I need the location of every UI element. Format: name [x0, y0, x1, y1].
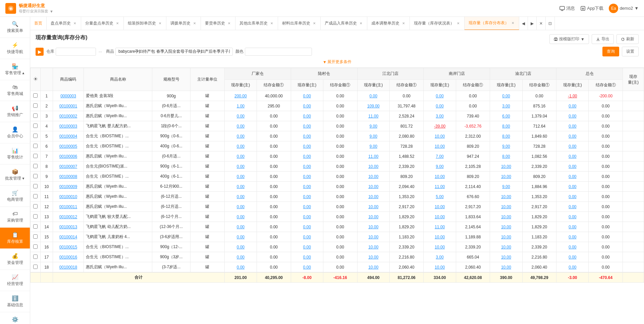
- cell-na-qty[interactable]: 11.00: [424, 222, 456, 232]
- cell-lc-qty[interactable]: 0.00: [291, 101, 323, 111]
- cell-checkbox[interactable]: [31, 182, 41, 192]
- cell-lc-qty[interactable]: 0.00: [291, 262, 323, 273]
- cell-na-qty[interactable]: 3.00: [424, 252, 456, 262]
- cell-zc-qty[interactable]: 0.00: [556, 222, 589, 232]
- cell-na-qty[interactable]: 10.00: [424, 212, 456, 222]
- cell-fj-qty[interactable]: 200.00: [224, 91, 257, 101]
- cell-lc-qty[interactable]: 0.00: [291, 202, 323, 212]
- cell-jb-qty[interactable]: 10.00: [357, 262, 389, 273]
- cell-yb-qty[interactable]: 8.00: [490, 131, 522, 141]
- cell-fj-qty[interactable]: 0.00: [224, 232, 257, 242]
- cell-yb-qty[interactable]: 9.00: [490, 141, 522, 151]
- message-btn[interactable]: 消息: [559, 5, 575, 11]
- cell-code[interactable]: 00100002: [53, 111, 84, 121]
- cell-fj-qty[interactable]: 0.00: [224, 131, 257, 141]
- cell-checkbox[interactable]: [31, 202, 41, 212]
- cell-lc-qty[interactable]: 0.00: [291, 252, 323, 262]
- tab-material-out-history[interactable]: 材料出库单历史 ✕: [278, 17, 321, 30]
- row-checkbox[interactable]: [33, 194, 38, 198]
- cell-na-qty[interactable]: 10.00: [424, 232, 456, 242]
- sidebar-item-finance[interactable]: 💰 资金管理: [0, 249, 30, 270]
- tab-stock-dist[interactable]: 现存量（库存分布表） ✕: [465, 17, 519, 30]
- cell-zc-qty[interactable]: 0.00: [556, 232, 589, 242]
- cell-jb-qty[interactable]: 9.00: [357, 121, 389, 131]
- tab-close-stock-status[interactable]: ✕: [456, 21, 460, 26]
- sidebar-item-member[interactable]: 👤 会员中心: [0, 122, 30, 143]
- filter-expand-icon[interactable]: ▶: [36, 48, 44, 56]
- cell-code[interactable]: 00100008: [53, 172, 84, 182]
- cell-code[interactable]: 00100001: [53, 101, 84, 111]
- tab-close-assemble[interactable]: ✕: [158, 21, 162, 26]
- row-checkbox[interactable]: [33, 113, 38, 118]
- export-btn[interactable]: 导出: [592, 34, 614, 44]
- sidebar-item-retail-mall[interactable]: 🛍 零售商城: [0, 80, 30, 101]
- cell-code[interactable]: 00100011: [53, 202, 84, 212]
- cell-na-qty[interactable]: 10.00: [424, 141, 456, 151]
- cell-zc-qty[interactable]: 0.00: [556, 172, 589, 182]
- row-checkbox[interactable]: [33, 93, 38, 98]
- cell-na-qty[interactable]: 9.00: [424, 161, 456, 172]
- cell-code[interactable]: 00100009: [53, 182, 84, 192]
- tab-close-product-in[interactable]: ✕: [359, 21, 363, 26]
- tab-stock-status[interactable]: 现存量（库存状况表） ✕: [410, 17, 465, 30]
- tab-requisition-history[interactable]: 要货单历史 ✕: [201, 17, 235, 30]
- cell-checkbox[interactable]: [31, 91, 41, 101]
- user-menu[interactable]: Ea demo2 ▼: [609, 4, 639, 13]
- cell-yb-qty[interactable]: 10.00: [490, 172, 522, 182]
- row-checkbox[interactable]: [33, 134, 38, 138]
- cell-na-qty[interactable]: 10.00: [424, 172, 456, 182]
- cell-jb-qty[interactable]: 11.00: [357, 151, 389, 161]
- cell-fj-qty[interactable]: 0.00: [224, 161, 257, 172]
- app-download-btn[interactable]: App下载: [580, 5, 603, 11]
- cell-jb-qty[interactable]: 109.00: [357, 101, 389, 111]
- row-checkbox[interactable]: [33, 265, 38, 269]
- cell-zc-qty[interactable]: -1.00: [556, 91, 589, 101]
- cell-zc-qty[interactable]: 0.00: [556, 242, 589, 252]
- cell-lc-qty[interactable]: 0.00: [291, 141, 323, 151]
- cell-lc-qty[interactable]: 0.00: [291, 212, 323, 222]
- cell-jb-qty[interactable]: 10.00: [357, 172, 389, 182]
- cell-yb-qty[interactable]: 10.00: [490, 161, 522, 172]
- cell-yb-qty[interactable]: 3.00: [490, 101, 522, 111]
- tab-close-stocktake[interactable]: ✕: [73, 21, 77, 26]
- sidebar-item-retail-stats[interactable]: 📊 零售统计: [0, 143, 30, 165]
- cell-yb-qty[interactable]: 10.00: [490, 192, 522, 202]
- row-checkbox[interactable]: [33, 144, 38, 148]
- warehouse-dots[interactable]: ···: [97, 49, 103, 54]
- cell-code[interactable]: 0000003: [53, 91, 84, 101]
- cell-yb-qty[interactable]: 0.00: [490, 91, 522, 101]
- cell-na-qty[interactable]: 7.00: [424, 151, 456, 161]
- tab-other-out-history[interactable]: 其他出库单历史 ✕: [235, 17, 278, 30]
- row-checkbox[interactable]: [33, 234, 38, 239]
- cell-yb-qty[interactable]: 9.00: [490, 182, 522, 192]
- cell-code[interactable]: 00100005: [53, 141, 84, 151]
- tab-home[interactable]: 首页: [30, 17, 47, 30]
- cell-jb-qty[interactable]: 10.00: [357, 192, 389, 202]
- row-checkbox[interactable]: [33, 103, 38, 108]
- cell-fj-qty[interactable]: 0.00: [224, 151, 257, 161]
- cell-jb-qty[interactable]: 10.00: [357, 161, 389, 172]
- cell-lc-qty[interactable]: 0.00: [291, 242, 323, 252]
- tab-close-requisition[interactable]: ✕: [227, 21, 231, 26]
- cell-checkbox[interactable]: [31, 212, 41, 222]
- tab-close-stock-dist[interactable]: ✕: [511, 20, 515, 26]
- cell-code[interactable]: 00100003: [53, 121, 84, 131]
- sidebar-item-wholesale[interactable]: 📦 批发管理▼: [0, 165, 30, 186]
- cell-na-qty[interactable]: 10.00: [424, 202, 456, 212]
- cell-lc-qty[interactable]: 0.00: [291, 222, 323, 232]
- cell-jb-qty[interactable]: 10.00: [357, 212, 389, 222]
- cell-fj-qty[interactable]: 0.00: [224, 141, 257, 151]
- cell-code[interactable]: 00100016: [53, 252, 84, 262]
- cell-checkbox[interactable]: [31, 262, 41, 273]
- row-checkbox[interactable]: [33, 154, 38, 158]
- row-checkbox[interactable]: [33, 164, 38, 168]
- settings-btn[interactable]: 设置: [622, 47, 639, 56]
- cell-lc-qty[interactable]: 0.00: [291, 232, 323, 242]
- cell-code[interactable]: 00100010: [53, 192, 84, 202]
- tab-next-btn[interactable]: ▶: [528, 17, 537, 30]
- row-checkbox[interactable]: [33, 244, 38, 249]
- print-btn[interactable]: 按模版打印 ▼: [549, 34, 589, 44]
- cell-fj-qty[interactable]: 0.00: [224, 222, 257, 232]
- cell-zc-qty[interactable]: 0.00: [556, 192, 589, 202]
- row-checkbox[interactable]: [33, 254, 38, 259]
